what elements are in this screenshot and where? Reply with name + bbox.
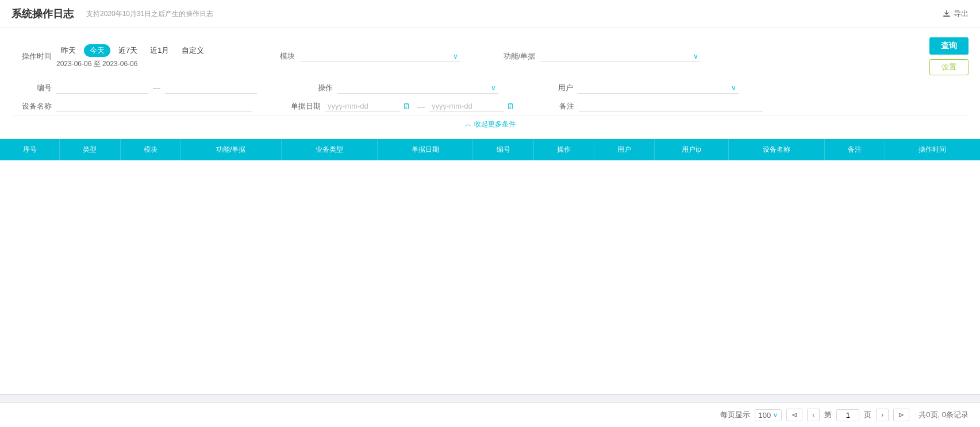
prev-page-button[interactable]: ‹ [807, 409, 820, 421]
operation-select[interactable]: ∨ [337, 83, 498, 94]
collapse-label: 收起更多条件 [474, 120, 516, 129]
device-filter-group: 设备名称 [11, 101, 252, 112]
filter-row-2: 编号 — 操作 ∨ 用户 ∨ [11, 82, 969, 94]
date-label: 单据日期 [286, 101, 321, 111]
page-number-input[interactable] [836, 409, 859, 421]
table-header: 序号 类型 模块 功能/单据 业务类型 单据日期 编号 操作 用户 用户ip 设… [0, 139, 980, 160]
page-suffix: 页 [864, 410, 871, 420]
date-filter-group: 单据日期 🗓 — 🗓 [286, 101, 517, 112]
time-filter-group: 操作时间 昨天 今天 近7天 近1月 自定义 2023-06-06 至 2023… [11, 44, 209, 69]
code-label: 编号 [11, 83, 52, 93]
pagination-bar: 每页显示 100 ∨ ⊲ ‹ 第 页 › ⊳ 共0页, 0条记录 [0, 402, 980, 427]
settings-button[interactable]: 设置 [929, 59, 969, 75]
last-page-button[interactable]: ⊳ [893, 409, 909, 421]
page-size-chevron-icon: ∨ [773, 411, 778, 419]
page-size-label: 每页显示 [720, 410, 750, 420]
export-icon [942, 9, 951, 18]
module-select[interactable]: ∨ [299, 51, 460, 62]
date-input-start[interactable] [325, 101, 400, 112]
operation-label: 操作 [293, 83, 333, 93]
scroll-inner [0, 395, 980, 402]
module-filter-group: 模块 ∨ [255, 51, 460, 62]
next-page-button[interactable]: › [876, 409, 889, 421]
col-biz-type: 业务类型 [281, 139, 377, 160]
col-index: 序号 [0, 139, 60, 160]
col-device: 设备名称 [729, 139, 825, 160]
page-container: 系统操作日志 支持2020年10月31日之后产生的操作日志 导出 操作时间 昨天… [0, 0, 980, 427]
page-size-select[interactable]: 100 ∨ [755, 409, 782, 421]
operation-chevron-icon: ∨ [491, 84, 496, 92]
query-button[interactable]: 查询 [929, 37, 969, 55]
user-filter-group: 用户 ∨ [533, 83, 739, 94]
remark-filter-group: 备注 [551, 101, 763, 112]
time-filter: 昨天 今天 近7天 近1月 自定义 2023-06-06 至 2023-06-0… [56, 44, 209, 69]
time-buttons: 昨天 今天 近7天 近1月 自定义 [56, 44, 209, 57]
page-title: 系统操作日志 [11, 7, 74, 21]
module-label: 模块 [255, 51, 295, 61]
collapse-content: ︿ 收起更多条件 [465, 120, 516, 129]
code-filter-group: 编号 — [11, 82, 257, 94]
time-btn-7days[interactable]: 近7天 [114, 44, 142, 57]
collapse-bar[interactable]: ︿ 收起更多条件 [11, 116, 969, 133]
data-table: 序号 类型 模块 功能/单据 业务类型 单据日期 编号 操作 用户 用户ip 设… [0, 139, 980, 160]
calendar-end-icon[interactable]: 🗓 [506, 102, 514, 111]
operation-filter-group: 操作 ∨ [293, 83, 498, 94]
table-container: 序号 类型 模块 功能/单据 业务类型 单据日期 编号 操作 用户 用户ip 设… [0, 139, 980, 394]
time-btn-today[interactable]: 今天 [84, 44, 110, 57]
table-header-row: 序号 类型 模块 功能/单据 业务类型 单据日期 编号 操作 用户 用户ip 设… [0, 139, 980, 160]
col-module: 模块 [120, 139, 180, 160]
filter-row-3: 设备名称 单据日期 🗓 — 🗓 备注 [11, 101, 969, 112]
filter-row-1: 操作时间 昨天 今天 近7天 近1月 自定义 2023-06-06 至 2023… [11, 37, 969, 75]
calendar-start-icon[interactable]: 🗓 [402, 102, 410, 111]
collapse-up-icon: ︿ [465, 120, 472, 129]
time-label: 操作时间 [11, 51, 52, 61]
page-subtitle: 支持2020年10月31日之后产生的操作日志 [86, 9, 213, 19]
col-code: 编号 [473, 139, 533, 160]
func-chevron-icon: ∨ [693, 52, 698, 60]
module-chevron-icon: ∨ [453, 52, 458, 60]
col-func: 功能/单据 [180, 139, 281, 160]
time-range: 2023-06-06 至 2023-06-06 [56, 59, 209, 69]
func-label: 功能/单据 [495, 51, 535, 61]
col-type: 类型 [60, 139, 120, 160]
date-dash: — [417, 102, 425, 111]
time-btn-custom[interactable]: 自定义 [177, 44, 209, 57]
page-header: 系统操作日志 支持2020年10月31日之后产生的操作日志 导出 [0, 0, 980, 28]
filter-area: 操作时间 昨天 今天 近7天 近1月 自定义 2023-06-06 至 2023… [0, 28, 980, 139]
horizontal-scrollbar[interactable] [0, 394, 980, 402]
first-page-button[interactable]: ⊲ [786, 409, 802, 421]
empty-state [0, 160, 980, 333]
header-left: 系统操作日志 支持2020年10月31日之后产生的操作日志 [11, 7, 213, 21]
col-user: 用户 [594, 139, 654, 160]
time-btn-yesterday[interactable]: 昨天 [56, 44, 80, 57]
col-date: 单据日期 [377, 139, 473, 160]
time-btn-1month[interactable]: 近1月 [145, 44, 174, 57]
func-select[interactable]: ∨ [540, 51, 701, 62]
col-remark: 备注 [824, 139, 885, 160]
export-button[interactable]: 导出 [942, 9, 969, 19]
device-label: 设备名称 [11, 101, 52, 111]
code-dash: — [153, 84, 160, 93]
date-input-end[interactable] [429, 101, 504, 112]
code-input-start[interactable] [56, 82, 148, 94]
page-total: 共0页, 0条记录 [918, 410, 969, 420]
svg-rect-0 [943, 16, 950, 17]
device-input[interactable] [56, 101, 252, 112]
col-user-ip: 用户ip [654, 139, 728, 160]
user-label: 用户 [533, 83, 573, 93]
code-input-end[interactable] [165, 82, 257, 94]
user-chevron-icon: ∨ [731, 84, 736, 92]
action-buttons: 查询 设置 [929, 37, 969, 75]
user-select[interactable]: ∨ [578, 83, 739, 94]
remark-input[interactable] [579, 101, 763, 112]
page-label: 第 [824, 410, 832, 420]
col-operation: 操作 [533, 139, 594, 160]
func-filter-group: 功能/单据 ∨ [495, 51, 701, 62]
col-op-time: 操作时间 [885, 139, 980, 160]
page-size-value: 100 [759, 411, 771, 420]
remark-label: 备注 [551, 101, 574, 111]
